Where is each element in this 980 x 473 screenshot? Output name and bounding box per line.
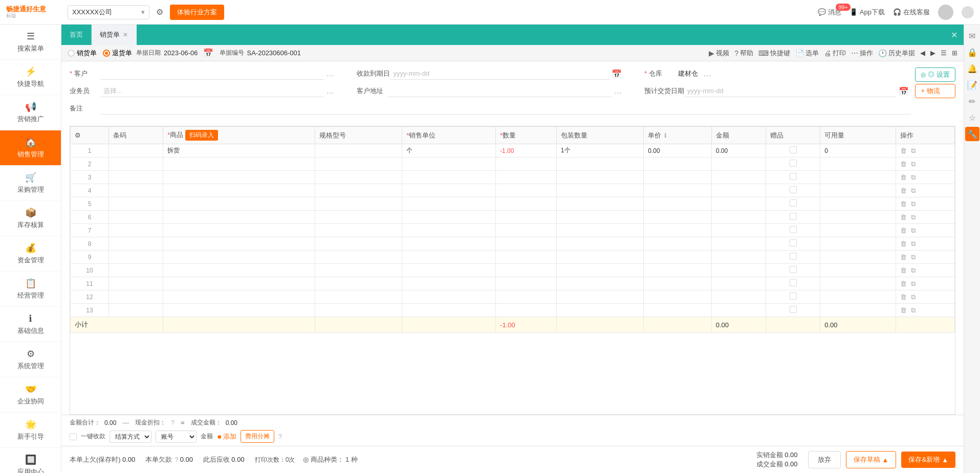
row-barcode[interactable] (109, 264, 163, 277)
delete-row-icon[interactable]: 🗑 (900, 147, 907, 154)
row-amount[interactable] (711, 290, 766, 304)
row-qty[interactable]: -1.00 (496, 144, 557, 157)
row-pack-qty[interactable] (556, 237, 643, 251)
row-unit-price[interactable] (644, 171, 711, 184)
row-unit[interactable] (402, 237, 496, 251)
delete-row-icon[interactable]: 🗑 (900, 253, 907, 261)
payment-due-calendar-icon[interactable]: 📅 (609, 69, 624, 79)
row-product[interactable] (163, 184, 315, 197)
row-qty[interactable] (496, 277, 557, 290)
list-view-action[interactable]: ☰ (941, 49, 947, 57)
row-unit-price[interactable] (644, 224, 711, 237)
row-spec[interactable] (315, 251, 402, 264)
row-barcode[interactable] (109, 224, 163, 237)
copy-row-icon[interactable]: ⧉ (911, 227, 916, 234)
goods-type-radio-icon[interactable]: ◎ (303, 456, 309, 463)
delivery-calendar-icon[interactable]: 📅 (897, 86, 911, 96)
row-product[interactable] (163, 264, 315, 277)
rp-edit-icon[interactable]: ✏ (965, 94, 979, 108)
help-action[interactable]: ? 帮助 (734, 49, 753, 58)
copy-row-icon[interactable]: ⧉ (911, 293, 916, 301)
sidebar-item-app-center[interactable]: 🔲 应用中心 (0, 448, 61, 473)
row-pack-qty[interactable] (556, 304, 643, 317)
sidebar-item-marketing[interactable]: 📢 营销推广 (0, 95, 61, 130)
radio-sales-order[interactable]: 销货单 (68, 49, 97, 58)
row-spec[interactable] (315, 211, 402, 224)
row-qty[interactable] (496, 171, 557, 184)
copy-row-icon[interactable]: ⧉ (911, 306, 916, 314)
fee-split-btn[interactable]: 费用分摊 (241, 430, 274, 443)
add-payment-btn[interactable]: ● 添加 (217, 432, 236, 441)
rp-note-icon[interactable]: 📝 (965, 78, 979, 92)
row-unit-price[interactable] (644, 290, 711, 304)
tab-close-icon[interactable]: ✕ (123, 31, 128, 38)
row-spec[interactable] (315, 157, 402, 171)
salesperson-input[interactable] (100, 85, 324, 97)
row-amount[interactable] (711, 171, 766, 184)
rp-mail-icon[interactable]: ✉ (965, 29, 979, 43)
rp-tool-icon[interactable]: 🔧 (965, 127, 979, 141)
row-gift[interactable] (766, 144, 820, 157)
delete-row-icon[interactable]: 🗑 (900, 173, 907, 181)
row-amount[interactable]: 0.00 (711, 144, 766, 157)
video-action[interactable]: ▶ 视频 (709, 49, 729, 58)
row-unit-price[interactable] (644, 184, 711, 197)
row-unit-price[interactable] (644, 197, 711, 211)
avatar-extra[interactable] (962, 6, 974, 18)
select-order-action[interactable]: 📄 选单 (795, 49, 819, 58)
row-unit-price[interactable]: 0.00 (644, 144, 711, 157)
delete-row-icon[interactable]: 🗑 (900, 240, 907, 247)
unit-price-info-icon[interactable]: ℹ (664, 132, 667, 139)
rp-bell-icon[interactable]: 🔔 (965, 61, 979, 76)
customer-dots-icon[interactable]: … (324, 69, 336, 78)
copy-row-icon[interactable]: ⧉ (911, 173, 916, 181)
row-product[interactable] (163, 251, 315, 264)
row-amount[interactable] (711, 277, 766, 290)
trial-btn[interactable]: 体验行业方案 (170, 5, 224, 20)
row-unit-price[interactable] (644, 211, 711, 224)
row-unit[interactable] (402, 277, 496, 290)
row-pack-qty[interactable] (556, 211, 643, 224)
row-product[interactable] (163, 304, 315, 317)
row-pack-qty[interactable] (556, 197, 643, 211)
copy-row-icon[interactable]: ⧉ (911, 253, 916, 261)
row-product[interactable] (163, 157, 315, 171)
row-product[interactable] (163, 224, 315, 237)
row-gift[interactable] (766, 211, 820, 224)
row-unit-price[interactable] (644, 277, 711, 290)
row-amount[interactable] (711, 224, 766, 237)
company-selector[interactable]: XXXXXX公司 ▾ (68, 5, 149, 19)
row-pack-qty[interactable] (556, 184, 643, 197)
sidebar-item-newbie[interactable]: 🌟 新手引导 (0, 413, 61, 448)
row-spec[interactable] (315, 237, 402, 251)
sidebar-item-enterprise[interactable]: 🤝 企业协同 (0, 377, 61, 413)
row-gift[interactable] (766, 304, 820, 317)
row-qty[interactable] (496, 211, 557, 224)
one-click-checkbox[interactable] (70, 433, 77, 440)
delete-row-icon[interactable]: 🗑 (900, 293, 907, 301)
avatar[interactable] (938, 5, 953, 20)
fee-help-icon[interactable]: ? (278, 433, 282, 440)
row-amount[interactable] (711, 184, 766, 197)
nav-next-action[interactable]: ▶ (930, 49, 935, 57)
row-unit[interactable]: 个 (402, 144, 496, 157)
row-spec[interactable] (315, 264, 402, 277)
delete-row-icon[interactable]: 🗑 (900, 227, 907, 234)
sidebar-item-sales[interactable]: 🏠 销售管理 (0, 130, 61, 166)
tab-sales-order[interactable]: 销货单 ✕ (92, 25, 137, 45)
row-gift[interactable] (766, 237, 820, 251)
row-amount[interactable] (711, 264, 766, 277)
copy-row-icon[interactable]: ⧉ (911, 147, 916, 154)
settings-icon-btn[interactable]: ⚙ (151, 4, 168, 20)
row-spec[interactable] (315, 144, 402, 157)
row-amount[interactable] (711, 251, 766, 264)
payment-due-input[interactable] (390, 67, 609, 80)
row-barcode[interactable] (109, 184, 163, 197)
warehouse-dots-icon[interactable]: … (701, 69, 713, 78)
row-product[interactable] (163, 197, 315, 211)
row-pack-qty[interactable] (556, 171, 643, 184)
sidebar-item-basic-info[interactable]: ℹ 基础信息 (0, 307, 61, 342)
row-spec[interactable] (315, 197, 402, 211)
row-amount[interactable] (711, 157, 766, 171)
row-unit[interactable] (402, 290, 496, 304)
